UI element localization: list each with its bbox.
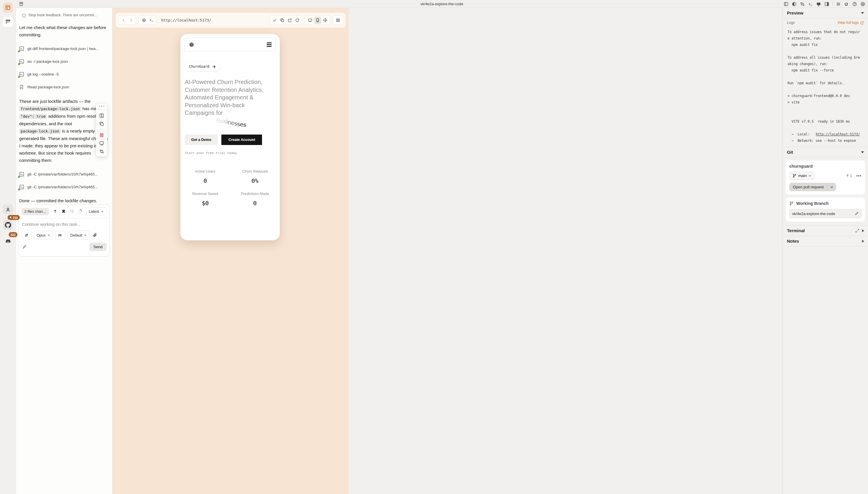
terminal-command-icon [19,72,24,77]
spark-icon[interactable] [61,209,66,214]
highlighter-pen-icon[interactable] [22,244,27,247]
back-button[interactable] [120,17,127,24]
window-title-bar: vk/4e2a-explore-the-code [0,0,434,8]
preview-browser-pane: http://localhost:5173/ [113,8,349,247]
copy-icon[interactable] [278,17,286,24]
app-menu-icon[interactable] [267,42,272,47]
file-read-row[interactable]: Read package-lock.json [19,84,110,90]
create-account-button[interactable]: Create Account [221,135,262,145]
model-dropdown[interactable]: Opus [34,231,53,240]
terminal-command-icon [19,59,24,64]
layout-icon [5,5,11,11]
console-icon[interactable] [147,17,155,24]
command-row[interactable]: git -C /private/var/folders/10/h7w0q465.… [19,172,110,177]
trial-caption: Start your free trial today. [185,151,280,155]
message-hover-toolbar [96,103,107,157]
checklist-icon[interactable] [70,209,74,214]
fast-forward-button[interactable] [55,231,65,240]
stat-active-users: Active Users 0 [180,169,230,184]
file-icon [19,84,24,90]
account-button[interactable] [3,205,13,214]
device-group [305,15,330,25]
check-icon[interactable] [271,17,278,24]
inline-code: package-lock.json [19,129,61,134]
hero-headline: AI-Powered Churn Prediction, Customer Re… [185,78,275,117]
discord-icon [5,238,11,245]
app-logo-flower-icon[interactable] [189,41,195,48]
pause-columns-icon[interactable] [99,133,104,138]
version-dropdown[interactable]: Latest [86,208,106,215]
chevron-down-icon [101,210,104,213]
arrow-right-icon [212,65,216,69]
github-button[interactable] [3,220,13,230]
url-bar[interactable]: http://localhost:5173/ [161,18,267,22]
columns-icon[interactable] [334,17,342,24]
scroll-up-icon[interactable] [53,209,58,214]
left-icon-rail: 21k 322 [0,0,16,247]
inline-code: frontend/package-lock.json [19,106,81,111]
command-row[interactable]: git -C /private/var/folders/10/h7w0q465.… [19,185,110,189]
inspect-group [139,15,157,25]
split-group [333,15,343,25]
desktop-view-icon[interactable] [306,17,314,24]
inline-code: "dev": true [19,114,47,119]
files-changed-chip[interactable]: 2 files chan... [21,208,49,215]
code-block-icon[interactable] [99,113,104,118]
brand-pill-button[interactable]: ChurnGuard [185,62,220,71]
command-row[interactable]: git diff frontend/package-lock.json | he… [19,46,110,51]
github-icon [5,222,11,228]
chat-settings-button[interactable] [21,231,32,240]
hook-feedback-notice: Stop hook feedback: There are uncommi... [19,13,110,18]
terminal-command-icon [19,172,24,177]
stat-churn-reduced: Churn Reduced 0% [230,169,280,184]
git-compare-icon[interactable] [99,149,104,154]
github-stars-badge: 21k [7,215,20,220]
assistant-message: Let me check what these changes are befo… [19,24,110,38]
workspace-tab-kanban[interactable] [3,17,13,27]
terminal-command-icon [19,46,24,51]
get-demo-button[interactable]: Get a Demo [185,135,218,145]
stats-grid: Active Users 0 Churn Reduced 0% Revenue … [180,169,280,207]
status-dot-success [18,76,20,78]
attach-file-icon[interactable] [92,233,97,238]
command-row[interactable]: git log --oneline -5 [19,72,110,77]
forward-button[interactable] [127,17,135,24]
animated-word: Businesses [216,117,280,124]
monitor-icon[interactable] [99,141,104,146]
fast-forward-icon [58,233,62,237]
status-dot-success [18,176,20,178]
page-actions-group [269,15,302,25]
drag-handle-icon[interactable] [99,106,104,107]
discord-button[interactable] [3,236,13,246]
target-icon[interactable] [140,17,147,24]
stat-revenue-saved: Revenue Saved $0 [180,192,230,207]
mobile-view-icon[interactable] [314,17,321,24]
app-header [184,38,276,52]
status-dot-success [18,63,20,65]
chat-panel: Stop hook feedback: There are uncommi...… [16,8,113,247]
composer-card: 2 files chan... Latest Continue working … [18,204,110,247]
copy-icon[interactable] [99,121,104,127]
star-icon [9,216,12,219]
kanban-icon [5,19,11,25]
workspace-tab-active[interactable] [3,3,13,13]
status-dot-success [18,50,20,52]
command-row[interactable]: wc -l package-lock.json [19,59,110,64]
nav-group [118,15,136,25]
info-icon [22,13,26,18]
status-dot-success [18,189,20,191]
chevron-down-icon [84,234,87,236]
terminal-command-icon [19,185,24,189]
sliders-icon [24,233,29,238]
discord-count-badge: 322 [9,232,17,237]
refresh-icon[interactable] [293,17,301,24]
mode-dropdown[interactable]: Default [67,231,90,240]
send-button[interactable]: Send [89,243,106,247]
move-resize-icon[interactable] [321,17,329,24]
stat-predictions-made: Predictions Made 0 [230,192,280,207]
chat-input[interactable]: Continue working on this task... [19,218,110,227]
person-icon [5,207,11,212]
open-external-icon[interactable] [286,17,293,24]
browser-toolbar: http://localhost:5173/ [116,13,346,27]
loading-spinner [77,209,83,214]
